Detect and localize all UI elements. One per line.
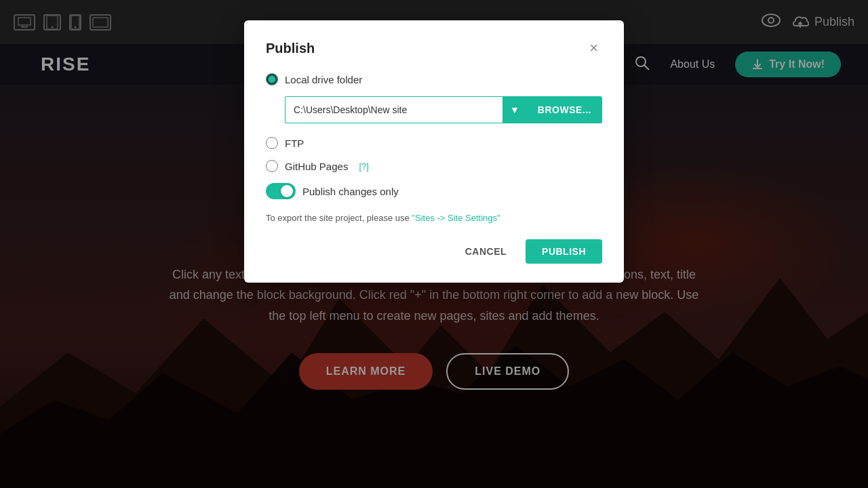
cancel-button[interactable]: CANCEL xyxy=(454,241,517,262)
modal-footer: CANCEL PUBLISH xyxy=(266,239,602,264)
github-option-row: GitHub Pages [?] xyxy=(266,160,602,172)
modal-header: Publish × xyxy=(266,39,602,57)
path-dropdown-button[interactable]: ▼ xyxy=(502,96,527,123)
publish-changes-label: Publish changes only xyxy=(302,186,399,197)
export-note: To export the site project, please use "… xyxy=(266,213,602,223)
publish-confirm-button[interactable]: PUBLISH xyxy=(526,239,602,264)
publish-changes-toggle[interactable] xyxy=(266,183,296,199)
path-input-row: ▼ BROWSE... xyxy=(285,96,602,123)
publish-modal: Publish × Local drive folder ▼ BROWSE...… xyxy=(244,20,624,283)
github-radio[interactable] xyxy=(266,160,278,172)
browse-button[interactable]: BROWSE... xyxy=(527,96,602,123)
github-help-link[interactable]: [?] xyxy=(359,161,368,171)
ftp-label[interactable]: FTP xyxy=(285,138,304,149)
local-drive-radio[interactable] xyxy=(266,73,278,85)
modal-close-button[interactable]: × xyxy=(585,39,602,57)
export-note-text: To export the site project, please use xyxy=(266,213,412,223)
github-label[interactable]: GitHub Pages xyxy=(285,161,348,172)
local-drive-option-row: Local drive folder xyxy=(266,73,602,85)
local-drive-label[interactable]: Local drive folder xyxy=(285,74,362,85)
ftp-radio[interactable] xyxy=(266,137,278,149)
path-input[interactable] xyxy=(285,96,502,123)
toggle-thumb xyxy=(281,185,293,197)
publish-changes-toggle-row: Publish changes only xyxy=(266,183,602,199)
export-settings-link[interactable]: "Sites -> Site Settings" xyxy=(412,213,500,223)
modal-title: Publish xyxy=(266,41,315,56)
ftp-option-row: FTP xyxy=(266,137,602,149)
